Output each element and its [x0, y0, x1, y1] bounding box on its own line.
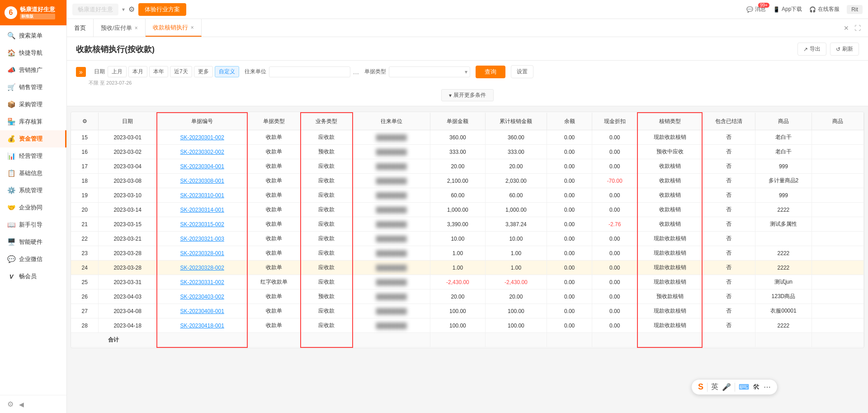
tab-collection[interactable]: 收款核销执行 ×: [146, 19, 202, 37]
cell-code: SK-20230304-001: [157, 159, 248, 174]
message-icon: 💬: [746, 6, 753, 13]
sidebar-item-marketing[interactable]: 📣 营销推广: [0, 62, 66, 79]
filter-expand-arrow[interactable]: »: [76, 67, 86, 77]
code-link[interactable]: SK-20230310-001: [180, 192, 224, 199]
cell-type: 收款单: [247, 246, 301, 261]
th-cancel-amount: 累计核销金额: [485, 113, 547, 130]
cell-discount: -2.76: [592, 217, 637, 232]
export-button[interactable]: ↗ 导出: [797, 43, 826, 56]
message-button[interactable]: 💬 消息 99+: [746, 5, 766, 13]
cell-cancel-type: 收款核销: [637, 188, 702, 203]
filter-settings-button[interactable]: 设置: [511, 65, 533, 78]
cell-code: SK-20230310-001: [157, 188, 248, 203]
sidebar-logo: 6 畅康道好生意 标推版: [0, 0, 66, 25]
fullscreen-button[interactable]: ⛶: [853, 23, 863, 33]
enterprise-icon: 🤝: [7, 204, 15, 212]
sidebar-item-label: 资金管理: [19, 135, 42, 143]
sidebar-item-sales[interactable]: 🛒 销售管理: [0, 79, 66, 96]
tab-prepay[interactable]: 预收/应付单 ×: [94, 19, 146, 37]
date-btn-lastmonth[interactable]: 上月: [108, 66, 127, 77]
sidebar-item-quicknav[interactable]: 🏠 快捷导航: [0, 44, 66, 62]
sidebar-item-operation[interactable]: 📊 经营管理: [0, 147, 66, 165]
code-link[interactable]: SK-20230321-003: [180, 236, 224, 242]
code-link[interactable]: SK-20230328-001: [180, 250, 224, 256]
user-profile[interactable]: Rit: [847, 5, 863, 14]
topbar-gear-icon[interactable]: ⚙: [128, 5, 135, 14]
date-btn-custom[interactable]: 自定义: [215, 66, 239, 77]
settings-bottom-icon[interactable]: ⚙: [7, 400, 14, 408]
cell-amount: 333.00: [430, 145, 486, 159]
cell-amount: 3,390.00: [430, 217, 486, 232]
table-row: 26 2023-04-03 SK-20230403-002 收款单 预收款 ██…: [71, 290, 864, 304]
refresh-button[interactable]: ↺ 刷新: [830, 43, 859, 56]
sidebar-item-finance[interactable]: 💰 资金管理: [0, 130, 66, 147]
table-row: 17 2023-03-04 SK-20230304-001 收款单 应收款 ██…: [71, 159, 864, 174]
message-badge: 99+: [758, 3, 769, 8]
close-window-button[interactable]: ✕: [842, 23, 851, 33]
sidebar-item-guide[interactable]: 📖 新手引导: [0, 216, 66, 233]
date-btn-7days[interactable]: 近7天: [170, 66, 192, 77]
sidebar-item-wechat[interactable]: 💬 企业微信: [0, 251, 66, 268]
th-discount: 现金折扣: [592, 113, 637, 130]
ime-mic-icon[interactable]: 🎤: [722, 383, 731, 391]
code-link[interactable]: SK-20230418-001: [180, 323, 224, 329]
basic-icon: 📋: [7, 169, 15, 177]
table-row: 15 2023-03-01 SK-20230301-002 收款单 应收款 ██…: [71, 130, 864, 145]
cell-type: 收款单: [247, 261, 301, 275]
collapse-icon[interactable]: ◀: [19, 401, 24, 408]
app-download-button[interactable]: 📱 App下载: [773, 5, 802, 13]
code-link[interactable]: SK-20230301-002: [180, 134, 224, 141]
partner-input[interactable]: [269, 66, 350, 77]
code-link[interactable]: SK-20230408-001: [180, 308, 224, 314]
ime-tools-icon[interactable]: 🛠: [753, 383, 760, 391]
service-button[interactable]: 🎧 在线客服: [809, 5, 840, 13]
sidebar-item-enterprise[interactable]: 🤝 企业协同: [0, 199, 66, 216]
dropdown-arrow-icon[interactable]: ▾: [122, 6, 125, 13]
date-btn-more[interactable]: 更多: [194, 66, 213, 77]
sidebar-item-system[interactable]: ⚙️ 系统管理: [0, 182, 66, 199]
code-link[interactable]: SK-20230315-002: [180, 221, 224, 228]
tab-close-collection[interactable]: ×: [191, 24, 194, 31]
cell-settled: 否: [702, 290, 755, 304]
cell-type: 收款单: [247, 203, 301, 217]
sidebar-item-hardware[interactable]: 🖥️ 智能硬件: [0, 233, 66, 251]
date-btn-thismonth[interactable]: 本月: [128, 66, 147, 77]
sidebar-item-basic[interactable]: 📋 基础信息: [0, 165, 66, 182]
cell-amount: 360.00: [430, 130, 486, 145]
query-button[interactable]: 查询: [476, 66, 505, 78]
code-link[interactable]: SK-20230403-002: [180, 294, 224, 300]
sidebar-item-member[interactable]: V 畅会员: [0, 268, 66, 285]
cell-date: 2023-03-04: [99, 159, 157, 174]
sidebar-item-inventory[interactable]: 🏪 库存核算: [0, 113, 66, 130]
cell-goods2: [812, 217, 864, 232]
cell-cancel-amount: 2,030.00: [485, 174, 547, 188]
cell-date: 2023-03-01: [99, 130, 157, 145]
solution-button[interactable]: 体验行业方案: [138, 3, 186, 16]
code-link[interactable]: SK-20230302-002: [180, 149, 224, 155]
column-settings-icon[interactable]: ⚙: [80, 116, 90, 126]
tab-home[interactable]: 首页: [67, 19, 94, 37]
expand-more-button[interactable]: ▾ 展开更多条件: [441, 89, 494, 101]
cell-balance: 0.00: [547, 174, 592, 188]
operation-icon: 📊: [7, 152, 15, 160]
cell-code: SK-20230315-002: [157, 217, 248, 232]
code-link[interactable]: SK-20230328-002: [180, 265, 224, 271]
date-btn-thisyear[interactable]: 本年: [149, 66, 168, 77]
cell-no: 20: [71, 203, 99, 217]
cell-cancel-amount: 1,000.00: [485, 203, 547, 217]
ime-brand[interactable]: 英: [711, 382, 718, 392]
ime-more-icon[interactable]: ⋯: [764, 383, 771, 391]
cell-discount: 0.00: [592, 130, 637, 145]
table-row: 22 2023-03-21 SK-20230321-003 收款单 应收款 ██…: [71, 232, 864, 246]
cell-goods2: [812, 318, 864, 333]
code-link[interactable]: SK-20230308-001: [180, 178, 224, 184]
sidebar-item-search[interactable]: 🔍 搜索菜单: [0, 27, 66, 44]
partner-dots[interactable]: ...: [353, 68, 359, 76]
code-link[interactable]: SK-20230331-002: [180, 279, 224, 285]
code-link[interactable]: SK-20230304-001: [180, 163, 224, 170]
code-link[interactable]: SK-20230314-001: [180, 207, 224, 213]
sidebar-item-purchase[interactable]: 📦 采购管理: [0, 96, 66, 113]
receipt-type-select[interactable]: 收款单 红字收款单: [389, 66, 470, 77]
tab-close-prepay[interactable]: ×: [135, 25, 138, 31]
ime-keyboard-icon[interactable]: ⌨: [739, 383, 749, 391]
